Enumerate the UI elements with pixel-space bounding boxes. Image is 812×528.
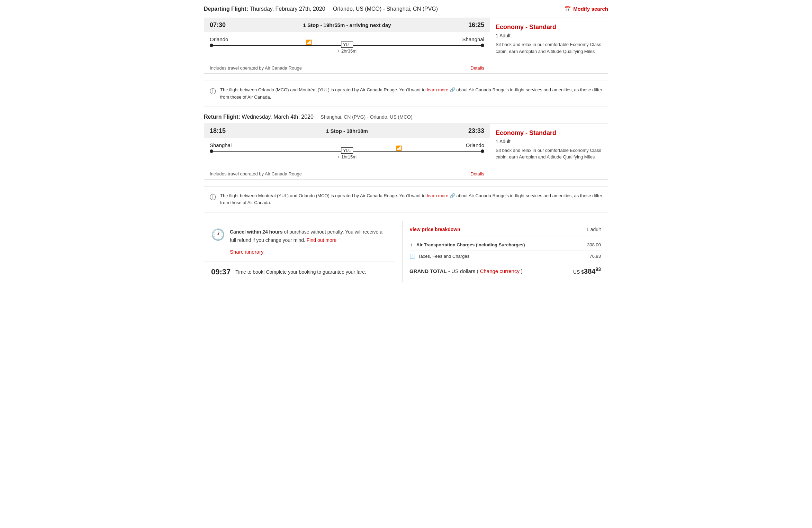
view-price-breakdown-link[interactable]: View price breakdown bbox=[409, 227, 460, 232]
time-to-book-text: Time to book! Complete your booking to g… bbox=[235, 269, 366, 275]
price-breakdown-panel: View price breakdown 1 adult ✈ Air Trans… bbox=[402, 221, 608, 282]
plane-icon: ✈ bbox=[409, 242, 414, 248]
departing-details-link[interactable]: Details bbox=[470, 65, 484, 71]
air-transport-amount: 308.00 bbox=[587, 242, 601, 247]
departing-flight-title: Departing Flight: Thursday, February 27t… bbox=[204, 6, 438, 12]
return-operated-by: Includes travel operated by Air Canada R… bbox=[210, 171, 302, 176]
departing-stop-badge: YUL bbox=[341, 42, 353, 48]
departing-economy-title: Economy - Standard bbox=[496, 24, 602, 31]
departing-ext-icon: 🔗 bbox=[450, 87, 455, 92]
find-out-more-link[interactable]: Find out more bbox=[307, 237, 336, 243]
return-details-link[interactable]: Details bbox=[470, 171, 484, 176]
return-economy-title: Economy - Standard bbox=[496, 129, 602, 137]
departing-route: Orlando, US (MCO) - Shanghai, CN (PVG) bbox=[333, 6, 438, 12]
price-breakdown-header: View price breakdown 1 adult bbox=[409, 227, 601, 236]
air-transport-row: ✈ Air Transportation Charges (Including … bbox=[409, 239, 601, 251]
grand-total-amount: US $38493 bbox=[573, 266, 601, 275]
return-flight-footer: Includes travel operated by Air Canada R… bbox=[204, 169, 490, 179]
departing-learn-more-link[interactable]: learn more bbox=[427, 87, 448, 92]
departing-route-info: Orlando Shanghai 📶 YUL + 2hr35m bbox=[204, 32, 490, 63]
grand-total-main: 384 bbox=[584, 267, 595, 275]
calendar-icon: 📅 bbox=[564, 6, 571, 12]
receipt-icon: 🧾 bbox=[409, 254, 415, 259]
time-to-book-countdown: 09:37 bbox=[211, 267, 231, 276]
return-notice-text: The flight between Montréal (YUL) and Or… bbox=[220, 192, 602, 207]
departing-layover: + 2hr35m bbox=[210, 48, 484, 54]
modify-search-label: Modify search bbox=[573, 6, 608, 12]
return-notice-part1: The flight between Montréal (YUL) and Or… bbox=[220, 193, 427, 198]
return-learn-more-link[interactable]: learn more bbox=[427, 193, 448, 198]
return-route-info: Shanghai Orlando YUL 📶 + 1hr15m bbox=[204, 138, 490, 169]
return-stop-badge: YUL bbox=[341, 147, 353, 154]
departing-flight-footer: Includes travel operated by Air Canada R… bbox=[204, 63, 490, 73]
departing-notice-part1: The flight between Orlando (MCO) and Mon… bbox=[220, 87, 427, 92]
grand-total-currency: US $ bbox=[573, 269, 584, 275]
adult-label: 1 adult bbox=[586, 227, 601, 232]
departing-depart-time: 07:30 bbox=[210, 21, 226, 29]
departing-notice-text: The flight between Orlando (MCO) and Mon… bbox=[220, 87, 602, 101]
return-flight-line-container: YUL 📶 + 1hr15m bbox=[210, 151, 484, 160]
departing-origin: Orlando bbox=[210, 36, 228, 42]
departing-adult-count: 1 Adult bbox=[496, 33, 602, 38]
return-adult-count: 1 Adult bbox=[496, 139, 602, 144]
departing-wifi-icon: 📶 bbox=[306, 39, 312, 45]
taxes-label: 🧾 Taxes, Fees and Charges bbox=[409, 254, 589, 259]
return-wifi-icon: 📶 bbox=[396, 145, 402, 151]
return-origin: Shanghai bbox=[210, 142, 232, 148]
cancel-content: 🕐 Cancel within 24 hours of purchase wit… bbox=[211, 228, 388, 255]
page-header: Departing Flight: Thursday, February 27t… bbox=[204, 6, 608, 12]
cancel-text-block: Cancel within 24 hours of purchase witho… bbox=[230, 228, 388, 255]
departing-economy-desc: Sit back and relax in our comfortable Ec… bbox=[496, 41, 602, 55]
currency-label: - US dollars ( bbox=[448, 268, 479, 274]
return-flight-line: YUL 📶 bbox=[210, 151, 484, 152]
return-flight-right: Economy - Standard 1 Adult Sit back and … bbox=[490, 124, 608, 179]
departing-flight-line: 📶 YUL bbox=[210, 45, 484, 46]
departing-flight-card: 07:30 1 Stop - 19hr55m - arriving next d… bbox=[204, 18, 608, 74]
return-economy-desc: Sit back and relax in our comfortable Ec… bbox=[496, 147, 602, 161]
change-currency-link[interactable]: Change currency bbox=[480, 268, 520, 274]
return-destination: Orlando bbox=[466, 142, 484, 148]
taxes-row: 🧾 Taxes, Fees and Charges 76.93 bbox=[409, 251, 601, 262]
return-section-header: Return Flight: Wednesday, March 4th, 202… bbox=[204, 114, 608, 120]
departing-flight-right: Economy - Standard 1 Adult Sit back and … bbox=[490, 18, 608, 73]
departing-stop-info: 1 Stop - 19hr55m - arriving next day bbox=[303, 22, 391, 28]
return-date: Wednesday, March 4th, 2020 bbox=[242, 114, 314, 120]
departing-notice-box: ⓘ The flight between Orlando (MCO) and M… bbox=[204, 81, 608, 107]
departing-flight-section: 07:30 1 Stop - 19hr55m - arriving next d… bbox=[204, 18, 608, 74]
info-icon: ⓘ bbox=[210, 87, 216, 95]
grand-total-label: GRAND TOTAL - US dollars ( Change curren… bbox=[409, 268, 523, 274]
modify-search-button[interactable]: 📅 Modify search bbox=[564, 6, 608, 12]
departing-label: Departing Flight: bbox=[204, 6, 248, 12]
departing-arrive-time: 16:25 bbox=[468, 21, 484, 29]
time-to-book-bar: 09:37 Time to book! Complete your bookin… bbox=[204, 262, 395, 282]
return-notice-box: ⓘ The flight between Montréal (YUL) and … bbox=[204, 186, 608, 213]
return-ext-icon: 🔗 bbox=[450, 193, 455, 198]
return-arrive-time: 23:33 bbox=[468, 127, 484, 135]
return-flight-left: 18:15 1 Stop - 18hr18m 23:33 Shanghai Or… bbox=[204, 124, 490, 179]
air-transport-bold: Air Transportation Charges (Including Su… bbox=[416, 242, 525, 247]
taxes-text: Taxes, Fees and Charges bbox=[418, 254, 469, 259]
left-bottom: 🕐 Cancel within 24 hours of purchase wit… bbox=[204, 221, 395, 282]
currency-end: ) bbox=[521, 268, 523, 274]
cancel-text: Cancel within 24 hours of purchase witho… bbox=[230, 228, 388, 245]
air-transport-label: ✈ Air Transportation Charges (Including … bbox=[409, 242, 587, 248]
bottom-section: 🕐 Cancel within 24 hours of purchase wit… bbox=[204, 221, 608, 282]
cancel-bold: Cancel within 24 hours bbox=[230, 229, 282, 235]
return-label: Return Flight: bbox=[204, 114, 240, 120]
departing-time-bar: 07:30 1 Stop - 19hr55m - arriving next d… bbox=[204, 18, 490, 32]
return-stop-info: 1 Stop - 18hr18m bbox=[326, 128, 368, 134]
air-transport-text: Air Transportation Charges (Including Su… bbox=[416, 242, 525, 247]
return-time-bar: 18:15 1 Stop - 18hr18m 23:33 bbox=[204, 124, 490, 138]
clock-icon: 🕐 bbox=[211, 228, 225, 241]
departing-date: Thursday, February 27th, 2020 bbox=[250, 6, 325, 12]
return-depart-time: 18:15 bbox=[210, 127, 226, 135]
return-route: Shanghai, CN (PVG) - Orlando, US (MCO) bbox=[321, 114, 412, 120]
grand-total-text: GRAND TOTAL bbox=[409, 268, 447, 274]
grand-total-row: GRAND TOTAL - US dollars ( Change curren… bbox=[409, 262, 601, 275]
grand-total-cents: 93 bbox=[595, 266, 601, 272]
share-itinerary-link[interactable]: Share itinerary bbox=[230, 249, 264, 255]
return-flight-card: 18:15 1 Stop - 18hr18m 23:33 Shanghai Or… bbox=[204, 124, 608, 180]
return-flight-section: 18:15 1 Stop - 18hr18m 23:33 Shanghai Or… bbox=[204, 124, 608, 180]
departing-flight-line-container: 📶 YUL + 2hr35m bbox=[210, 45, 484, 54]
info-icon-return: ⓘ bbox=[210, 193, 216, 201]
